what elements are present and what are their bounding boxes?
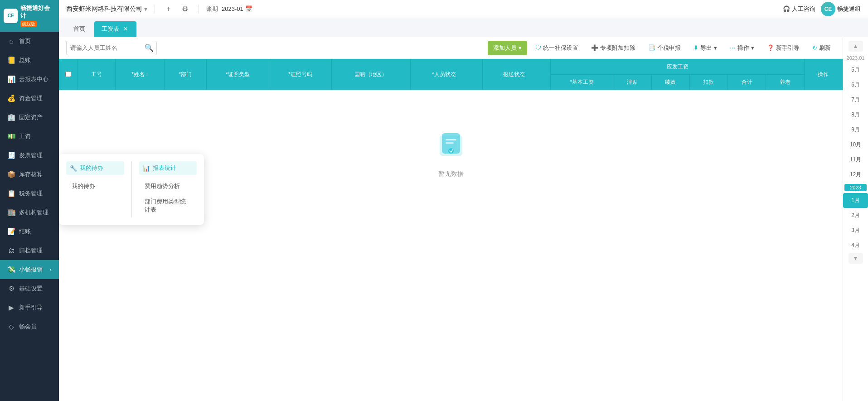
popup-report-item-1[interactable]: 费用趋势分析 xyxy=(139,179,197,194)
svg-rect-2 xyxy=(446,139,456,140)
tab-home[interactable]: 首页 xyxy=(66,21,92,37)
newguide-icon: ▶ xyxy=(7,304,15,312)
month-oct-2022[interactable]: 10月 xyxy=(843,137,868,152)
deduct-icon: ➕ xyxy=(591,44,598,51)
sidebar-item-tax[interactable]: 📋 税务管理 xyxy=(0,184,59,203)
month-sep-2022[interactable]: 9月 xyxy=(843,122,868,137)
month-nov-2022[interactable]: 11月 xyxy=(843,152,868,167)
th-name[interactable]: *姓名 xyxy=(116,59,165,90)
sidebar-item-basic[interactable]: ⚙ 基础设置 xyxy=(0,279,59,298)
month-nav-down[interactable]: ▼ xyxy=(849,253,863,264)
topbar-right: 🎧 人工咨询 CE 畅捷通组 xyxy=(783,2,861,16)
sidebar-item-newguide[interactable]: ▶ 新手引导 xyxy=(0,298,59,317)
calendar-icon: 📅 xyxy=(245,5,252,12)
fund-icon: 💰 xyxy=(7,94,15,102)
sidebar-item-label: 发票管理 xyxy=(19,151,43,159)
svg-rect-3 xyxy=(446,142,454,144)
user-profile[interactable]: CE 畅捷通组 xyxy=(821,2,861,16)
sidebar-item-payroll[interactable]: 💵 工资 xyxy=(0,127,59,146)
month-apr-2023[interactable]: 4月 xyxy=(843,238,868,253)
add-dropdown-chevron: ▾ xyxy=(519,44,522,51)
month-jun-2022[interactable]: 6月 xyxy=(843,77,868,92)
period-value[interactable]: 2023-01 📅 xyxy=(222,5,252,12)
month-aug-2022[interactable]: 8月 xyxy=(843,107,868,122)
sidebar-item-label: 多机构管理 xyxy=(19,208,48,217)
new-guide-button[interactable]: ❓ 新手引导 xyxy=(762,41,804,55)
tax-icon: 📑 xyxy=(648,44,655,51)
th-action: 操作 xyxy=(804,59,842,90)
th-report-status[interactable]: 报送状态 ▽ xyxy=(482,59,550,90)
sidebar: CE 畅捷通好会计 旗舰版 ⌂ 首页 📒 总账 📊 云报表中心 💰 资金管理 🏢… xyxy=(0,0,59,401)
add-company-button[interactable]: + xyxy=(162,3,175,15)
th-allowance[interactable]: 津贴 xyxy=(613,75,651,90)
asset-icon: 🏢 xyxy=(7,113,15,121)
settings-icon[interactable]: ⚙ xyxy=(179,3,191,15)
sidebar-item-settlement[interactable]: 📝 结账 xyxy=(0,222,59,241)
month-feb-2023[interactable]: 2月 xyxy=(843,208,868,223)
social-security-button[interactable]: 🛡 统一社保设置 xyxy=(531,41,583,55)
search-box[interactable]: 🔍 xyxy=(66,41,157,55)
tax-return-button[interactable]: 📑 个税申报 xyxy=(644,41,685,55)
sidebar-item-label: 首页 xyxy=(19,37,31,45)
th-id-type[interactable]: *证照类型 xyxy=(206,59,269,90)
th-total[interactable]: 合计 xyxy=(728,75,766,90)
sidebar-item-xiaochang[interactable]: 💸 小畅报销 ‹ xyxy=(0,260,59,279)
refresh-icon: ↻ xyxy=(812,44,817,51)
tabbar: 首页 工资表 ✕ xyxy=(59,18,868,37)
operation-button[interactable]: ⋯ 操作 ▾ xyxy=(725,41,759,55)
topbar-divider1 xyxy=(155,5,155,14)
th-performance[interactable]: 绩效 xyxy=(651,75,689,90)
tab-payroll[interactable]: 工资表 ✕ xyxy=(94,21,136,37)
sidebar-item-home[interactable]: ⌂ 首页 xyxy=(0,32,59,51)
empty-text: 暂无数据 xyxy=(438,170,464,178)
th-status[interactable]: *人员状态 ▽ xyxy=(410,59,482,90)
sidebar-item-asset[interactable]: 🏢 固定资产 xyxy=(0,108,59,127)
th-base-salary[interactable]: *基本工资 xyxy=(551,75,613,90)
popup-report-item-2[interactable]: 部门费用类型统计表 xyxy=(139,194,197,217)
th-deduction[interactable]: 扣款 xyxy=(689,75,727,90)
month-jan-2023[interactable]: 1月 xyxy=(843,193,868,208)
basic-icon: ⚙ xyxy=(7,285,15,293)
month-dec-2022[interactable]: 12月 xyxy=(843,167,868,182)
topbar: 西安虾米网络科技有限公司 ▾ + ⚙ 账期 2023-01 📅 🎧 人工咨询 C… xyxy=(59,0,868,18)
select-all-checkbox[interactable] xyxy=(65,71,71,77)
sidebar-item-label: 云报表中心 xyxy=(19,75,48,83)
month-may-2022[interactable]: 5月 xyxy=(843,63,868,77)
month-nav-up[interactable]: ▲ xyxy=(849,41,863,52)
sidebar-item-report[interactable]: 📊 云报表中心 xyxy=(0,70,59,89)
month-jul-2022[interactable]: 7月 xyxy=(843,92,868,107)
sidebar-item-inventory[interactable]: 📦 库存核算 xyxy=(0,165,59,184)
dropdown-popup: 🔧 我的待办 我的待办 📊 报表统计 费用趋势分析 部门费用类型统计表 xyxy=(59,154,204,225)
add-employee-button[interactable]: 添加人员 ▾ xyxy=(488,41,527,55)
th-checkbox[interactable] xyxy=(59,59,78,90)
sidebar-item-archive[interactable]: 🗂 归档管理 xyxy=(0,241,59,260)
sidebar-item-multi[interactable]: 🏬 多机构管理 xyxy=(0,203,59,222)
sidebar-item-ledger[interactable]: 📒 总账 xyxy=(0,51,59,70)
search-input[interactable] xyxy=(70,44,143,51)
company-name[interactable]: 西安虾米网络科技有限公司 ▾ xyxy=(66,5,147,13)
popup-todo-item[interactable]: 我的待办 xyxy=(66,179,124,194)
service-button[interactable]: 🎧 人工咨询 xyxy=(783,5,815,13)
sidebar-item-label: 基础设置 xyxy=(19,285,43,293)
th-department[interactable]: *部门 xyxy=(164,59,206,90)
topbar-divider2 xyxy=(199,5,199,14)
th-pension[interactable]: 养老 xyxy=(766,75,804,90)
sidebar-item-fund[interactable]: 💰 资金管理 xyxy=(0,89,59,108)
app-logo[interactable]: CE 畅捷通好会计 旗舰版 xyxy=(0,0,59,32)
tab-close-payroll[interactable]: ✕ xyxy=(122,25,129,33)
special-deduct-button[interactable]: ➕ 专项附加扣除 xyxy=(587,41,640,55)
app-edition: 旗舰版 xyxy=(20,21,37,27)
operation-icon: ⋯ xyxy=(730,44,736,51)
settlement-icon: 📝 xyxy=(7,227,15,236)
home-icon: ⌂ xyxy=(7,37,15,45)
sidebar-item-member[interactable]: ◇ 畅会员 xyxy=(0,317,59,336)
th-nationality[interactable]: 国籍（地区） xyxy=(331,59,410,90)
th-id-number[interactable]: *证照号码 xyxy=(269,59,331,90)
sidebar-item-label: 库存核算 xyxy=(19,170,43,179)
month-mar-2023[interactable]: 3月 xyxy=(843,223,868,238)
export-button[interactable]: ⬇ 导出 ▾ xyxy=(689,41,722,55)
sidebar-item-invoice[interactable]: 🧾 发票管理 xyxy=(0,146,59,165)
export-chevron: ▾ xyxy=(714,44,717,51)
th-employee-id[interactable]: 工号 xyxy=(78,59,116,90)
refresh-button[interactable]: ↻ 刷新 xyxy=(808,41,835,55)
